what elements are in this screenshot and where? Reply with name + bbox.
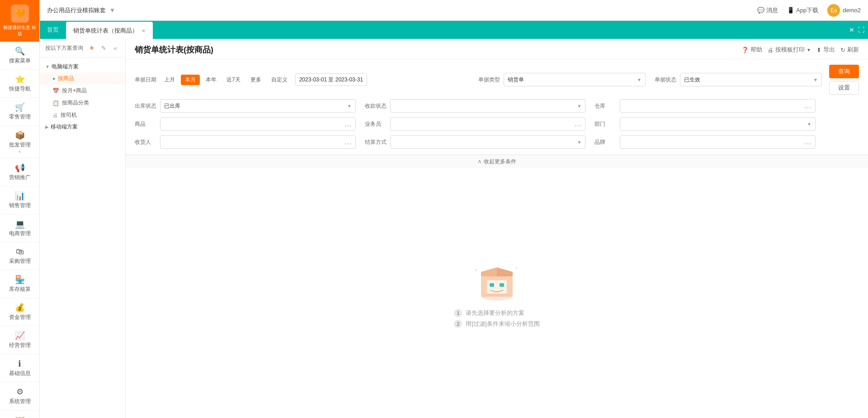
warehouse-label: 仓库 xyxy=(594,102,620,110)
refresh-button[interactable]: ↻ 刷新 xyxy=(840,46,859,54)
filter-area: 单据日期 上月 本月 本年 xyxy=(126,59,868,155)
tab-close-icon[interactable]: ✕ xyxy=(142,28,146,34)
svg-rect-5 xyxy=(490,283,494,287)
sidebar-item-retail[interactable]: 🛒 零售管理 xyxy=(0,98,39,126)
tree-section: ▼ 电脑端方案 ● 按商品 📅 按月+商品 📋 按商品分类 🖨 按司机 xyxy=(40,57,125,136)
date-tab-more[interactable]: 更多 xyxy=(246,75,265,85)
sidebar-item-inventory[interactable]: 🏪 库存核算 xyxy=(0,270,39,298)
user-profile-button[interactable]: Ea demo2 xyxy=(827,4,861,17)
header-left: 办公用品行业模拟账套 ▼ xyxy=(47,6,115,14)
warehouse-filter: 仓库 … xyxy=(594,99,816,113)
main-area: 办公用品行业模拟账套 ▼ 💬 消息 📱 App下载 Ea demo2 首页 xyxy=(40,0,868,418)
add-scheme-button[interactable]: + xyxy=(87,43,96,52)
top-header: 办公用品行业模拟账套 ▼ 💬 消息 📱 App下载 Ea demo2 xyxy=(40,0,868,21)
sidebar-item-system[interactable]: ⚙ 系统管理 xyxy=(0,382,39,410)
salesperson-dots-icon: … xyxy=(574,120,581,128)
warehouse-status-dropdown-icon: ▼ xyxy=(347,104,352,109)
category-icon: 📋 xyxy=(52,100,59,106)
content-area: 按以下方案查询 + ✎ « ▼ 电脑端方案 ● 按商品 📅 按 xyxy=(40,39,868,418)
export-button[interactable]: ⬆ 导出 xyxy=(816,46,835,54)
printer-icon: 🖨 xyxy=(52,112,58,119)
tree-item-by-category[interactable]: 📋 按商品分类 xyxy=(40,97,125,109)
calendar-icon: 📅 xyxy=(52,88,59,94)
page-title: 销货单统计表(按商品) xyxy=(135,44,213,55)
warehouse-control[interactable]: … xyxy=(620,99,816,113)
right-content: 销货单统计表(按商品) ❓ 帮助 🖨 按模板打印 ▼ ⬆ 导出 xyxy=(126,39,868,418)
settlement-label: 结算方式 xyxy=(365,138,390,146)
warehouse-status-control[interactable]: 已出库 ▼ xyxy=(160,99,356,113)
settlement-control[interactable]: ▼ xyxy=(390,135,586,149)
doc-type-control[interactable]: 销货单 ▼ xyxy=(504,73,646,86)
sidebar-item-ecommerce[interactable]: 💻 电商管理 xyxy=(0,214,39,242)
help-button[interactable]: ❓ 帮助 xyxy=(741,46,762,54)
doc-status-control[interactable]: 已生效 ▼ xyxy=(680,73,822,86)
date-tab-this-month[interactable]: 本月 xyxy=(181,75,200,85)
info-icon: ℹ xyxy=(2,359,38,369)
logo-icon: 🧡 xyxy=(11,5,29,23)
date-tab-7days[interactable]: 近7天 xyxy=(222,75,245,85)
doc-type-filter: 单据类型 销货单 ▼ xyxy=(478,73,646,86)
payment-status-control[interactable]: ▼ xyxy=(390,99,586,113)
avatar: Ea xyxy=(827,4,840,17)
sidebar-item-purchase[interactable]: 🛍 采购管理 xyxy=(0,242,39,270)
sales-icon: 📊 xyxy=(2,191,38,201)
collapse-panel-button[interactable]: « xyxy=(111,43,120,52)
maximize-icon[interactable]: ⛶ xyxy=(858,26,864,33)
department-control[interactable]: ▼ xyxy=(620,117,816,131)
filter-row-2: 出库状态 已出库 ▼ 收款状态 ▼ xyxy=(135,99,859,113)
message-button[interactable]: 💬 消息 xyxy=(757,6,778,14)
tab-bar: 首页 销货单统计表（按商品） ✕ ✕ ⛶ xyxy=(40,21,868,39)
print-icon: 🖨 xyxy=(768,47,774,53)
retail-icon: 🛒 xyxy=(2,102,38,112)
download-icon: 📱 xyxy=(787,7,794,14)
sidebar-item-basic-info[interactable]: ℹ 基础信息 xyxy=(0,354,39,382)
date-label: 单据日期 xyxy=(135,76,160,84)
sidebar-item-quick-nav[interactable]: ⭐ 快捷导航 xyxy=(0,70,39,98)
settings-button[interactable]: 设置 xyxy=(829,81,859,95)
warehouse-dots-icon: … xyxy=(804,102,811,110)
date-range-input[interactable]: 2023-03-01 至 2023-03-31 xyxy=(295,73,367,86)
date-tab-last-month[interactable]: 上月 xyxy=(160,75,179,85)
receiver-control[interactable]: … xyxy=(160,135,356,149)
sidebar-item-sales[interactable]: 📊 销售管理 xyxy=(0,186,39,214)
product-control[interactable]: … xyxy=(160,117,356,131)
date-tab-custom[interactable]: 自定义 xyxy=(267,75,292,85)
tab-home[interactable]: 首页 xyxy=(40,21,66,39)
edit-scheme-button[interactable]: ✎ xyxy=(99,43,108,52)
department-filter: 部门 ▼ xyxy=(594,117,816,131)
brand-control[interactable]: … xyxy=(620,135,816,149)
tab-sales-stat[interactable]: 销货单统计表（按商品） ✕ xyxy=(66,22,153,40)
sidebar-item-finance[interactable]: 💰 资金管理 xyxy=(0,298,39,326)
app-download-button[interactable]: 📱 App下载 xyxy=(787,6,818,14)
sidebar-item-enterprise[interactable]: 🤝 企业协同 xyxy=(0,410,39,418)
salesperson-control[interactable]: … xyxy=(390,117,586,131)
query-button[interactable]: 查询 xyxy=(829,65,859,78)
template-print-button[interactable]: 🖨 按模板打印 ▼ xyxy=(768,46,811,54)
sidebar-item-search[interactable]: 🔍 搜索菜单 xyxy=(0,42,39,70)
left-panel-actions: + ✎ « xyxy=(87,43,120,52)
industry-dropdown-icon[interactable]: ▼ xyxy=(109,7,115,14)
header-right: 💬 消息 📱 App下载 Ea demo2 xyxy=(757,4,861,17)
svg-text:✦: ✦ xyxy=(510,283,513,286)
settlement-filter: 结算方式 ▼ xyxy=(365,135,586,149)
app-logo: 🧡 畅捷通好生意 标版 xyxy=(0,0,39,42)
doc-status-dropdown-icon: ▼ xyxy=(813,77,818,82)
doc-type-dropdown-icon: ▼ xyxy=(637,77,642,82)
tree-item-by-month-product[interactable]: 📅 按月+商品 xyxy=(40,85,125,97)
receiver-filter: 收货人 … xyxy=(135,135,356,149)
sidebar-item-operations[interactable]: 📈 经营管理 xyxy=(0,326,39,354)
sidebar-item-wholesale[interactable]: 📦 批发管理 ▲ xyxy=(0,126,39,158)
wholesale-icon: 📦 xyxy=(2,130,38,140)
close-window-icon[interactable]: ✕ xyxy=(849,26,854,33)
date-tab-this-year[interactable]: 本年 xyxy=(202,75,221,85)
tree-group-desktop[interactable]: ▼ 电脑端方案 xyxy=(40,61,125,72)
date-tabs: 上月 本月 本年 近7天 xyxy=(160,75,292,85)
sidebar-item-marketing[interactable]: 📢 营销推广 xyxy=(0,158,39,186)
page-title-bar: 销货单统计表(按商品) ❓ 帮助 🖨 按模板打印 ▼ ⬆ 导出 xyxy=(126,39,868,59)
tree-item-by-printer[interactable]: 🖨 按司机 xyxy=(40,109,125,121)
tab-actions: ✕ ⛶ xyxy=(849,26,864,33)
tree-group-mobile[interactable]: ▶ 移动端方案 xyxy=(40,121,125,133)
tree-item-by-product[interactable]: ● 按商品 xyxy=(40,72,125,85)
collapse-filter-button[interactable]: ∧ 收起更多条件 xyxy=(126,155,868,168)
empty-tip-1: 1 请先选择要分析的方案 xyxy=(454,309,539,317)
